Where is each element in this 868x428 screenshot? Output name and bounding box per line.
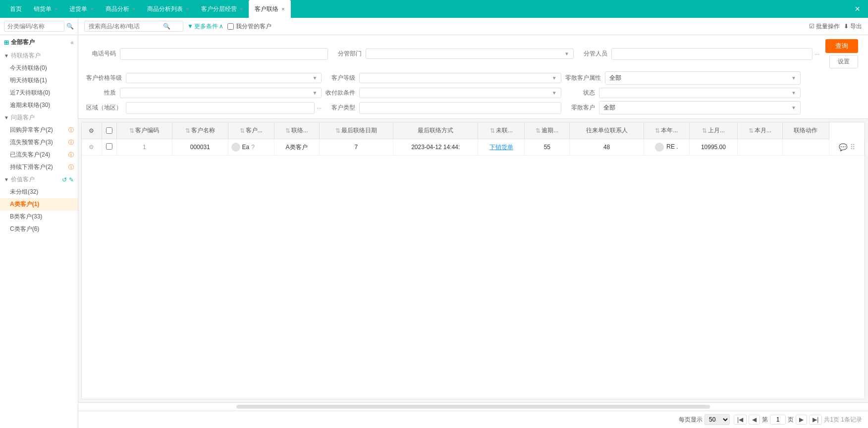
nav-product-analysis-list[interactable]: 商品分析列表 × bbox=[141, 0, 195, 18]
price-level-label: 客户价格等级 bbox=[86, 74, 122, 82]
row-checkbox[interactable] bbox=[106, 143, 112, 150]
triangle-icon-2: ▼ bbox=[4, 115, 9, 120]
row-overdue-cell: 48 bbox=[570, 139, 644, 156]
region-dots-icon[interactable]: ··· bbox=[317, 105, 322, 111]
dept-label: 分管部门 bbox=[332, 50, 362, 58]
nature-label: 性质 bbox=[86, 89, 116, 97]
my-customers-checkbox-area: 我分管的客户 bbox=[227, 22, 271, 31]
row-code-cell: 000031 bbox=[172, 139, 228, 156]
settings-button[interactable]: 设置 bbox=[829, 55, 858, 68]
region-input[interactable] bbox=[126, 102, 315, 114]
filter-cell-customer-level: 客户等级 ▼ bbox=[324, 73, 563, 83]
sidebar-search-input[interactable] bbox=[4, 21, 64, 32]
sidebar-item-unclassified[interactable]: 未分组(32) bbox=[0, 186, 78, 198]
horizontal-scrollbar[interactable] bbox=[236, 405, 710, 409]
page-number-input[interactable] bbox=[770, 415, 786, 425]
close-purchase-order[interactable]: × bbox=[90, 6, 93, 12]
per-page-select[interactable]: 50 100 200 bbox=[705, 414, 730, 425]
sidebar-item-a-class[interactable]: A类客户(1) bbox=[0, 198, 78, 211]
close-all-tabs[interactable]: × bbox=[851, 4, 864, 14]
next-page-btn[interactable]: ▶ bbox=[796, 415, 807, 425]
sidebar-all-customers[interactable]: ⊞ 全部客户 « bbox=[0, 35, 78, 50]
sidebar-item-tomorrow[interactable]: 明天待联络(1) bbox=[0, 74, 78, 87]
query-button[interactable]: 查询 bbox=[825, 39, 858, 53]
close-sales-order[interactable]: × bbox=[54, 6, 57, 12]
manager-dots-icon[interactable]: ··· bbox=[814, 51, 819, 57]
row-gear-icon[interactable]: ⚙ bbox=[89, 144, 94, 151]
edit-icon[interactable]: ✎ bbox=[69, 176, 74, 183]
close-customer-segmentation[interactable]: × bbox=[240, 6, 243, 12]
sidebar-group-pending[interactable]: ▼ 待联络客户 bbox=[0, 50, 78, 62]
sidebar-search-icon[interactable]: 🔍 bbox=[66, 23, 74, 30]
sidebar-item-c-class[interactable]: C类客户(6) bbox=[0, 223, 78, 235]
retail-attr-select[interactable]: 全部 ▼ bbox=[605, 71, 801, 85]
close-product-analysis[interactable]: × bbox=[132, 6, 135, 12]
page-label: 第 bbox=[762, 416, 768, 424]
nav-home[interactable]: 首页 bbox=[4, 0, 28, 18]
grid-icon: ⊞ bbox=[4, 39, 9, 46]
retail-select[interactable]: 全部 ▼ bbox=[599, 101, 801, 114]
bulk-icon: ☑ bbox=[809, 23, 814, 30]
sidebar-item-churned[interactable]: 已流失客户(24) ⓘ bbox=[0, 149, 78, 161]
qr-action-icon[interactable]: ⠿ bbox=[850, 143, 855, 151]
row-last-contact-method-cell[interactable]: 下销货单 bbox=[478, 139, 525, 156]
export-btn[interactable]: ⬇ 导出 bbox=[844, 22, 862, 31]
first-page-btn[interactable]: |◀ bbox=[734, 415, 747, 425]
nav-purchase-order[interactable]: 进货单 × bbox=[63, 0, 99, 18]
select-all-checkbox[interactable] bbox=[106, 127, 112, 134]
chat-action-icon[interactable]: 💬 bbox=[839, 143, 847, 151]
payment-select[interactable]: ▼ bbox=[359, 88, 561, 98]
prev-page-btn[interactable]: ◀ bbox=[749, 415, 760, 425]
nature-select[interactable]: ▼ bbox=[120, 88, 322, 98]
close-customer-contact[interactable]: × bbox=[281, 6, 284, 12]
dept-select[interactable]: ▼ bbox=[366, 49, 574, 59]
close-product-analysis-list[interactable]: × bbox=[186, 6, 189, 12]
nav-customer-segmentation[interactable]: 客户分层经营 × bbox=[195, 0, 249, 18]
phone-input[interactable] bbox=[120, 48, 328, 60]
manager-input[interactable] bbox=[611, 48, 813, 60]
sidebar-item-7days[interactable]: 近7天待联络(0) bbox=[0, 87, 78, 99]
th-no-contact: ⇅ 未联... bbox=[478, 122, 525, 139]
sidebar-item-churn-warning[interactable]: 流失预警客户(3) ⓘ bbox=[0, 136, 78, 149]
per-page-label: 每页显示 bbox=[679, 416, 703, 424]
my-customers-checkbox[interactable] bbox=[227, 23, 234, 30]
price-level-select[interactable]: ▼ bbox=[126, 73, 322, 83]
sidebar-item-today[interactable]: 今天待联络(0) bbox=[0, 62, 78, 74]
main-layout: 🔍 ⊞ 全部客户 « ▼ 待联络客户 今天待联络(0) 明天待联络(1) 近7天… bbox=[0, 18, 868, 428]
more-filters-btn[interactable]: ▼ 更多条件 ∧ bbox=[187, 22, 223, 31]
status-arrow-icon: ▼ bbox=[791, 90, 796, 96]
filter-search-icon[interactable]: 🔍 bbox=[163, 23, 170, 30]
sidebar-group-problem[interactable]: ▼ 问题客户 bbox=[0, 111, 78, 124]
nav-customer-contact[interactable]: 客户联络 × bbox=[249, 0, 290, 18]
sidebar-item-b-class[interactable]: B类客户(33) bbox=[0, 211, 78, 223]
nav-product-analysis[interactable]: 商品分析 × bbox=[100, 0, 141, 18]
top-actions: ☑ 批量操作 ⬇ 导出 bbox=[809, 22, 862, 31]
settings-icon[interactable]: ⚙ bbox=[89, 127, 94, 134]
sort-icon-name: ⇅ bbox=[185, 127, 190, 134]
chevron-down-icon: ∧ bbox=[219, 23, 223, 30]
contact-person-avatar bbox=[655, 143, 664, 152]
triangle-icon-3: ▼ bbox=[4, 177, 9, 182]
customer-type-input[interactable] bbox=[359, 102, 561, 114]
filter-cell-manager: 分管人员 ··· bbox=[576, 48, 821, 60]
nav-sales-order[interactable]: 销货单 × bbox=[28, 0, 63, 18]
sidebar: 🔍 ⊞ 全部客户 « ▼ 待联络客户 今天待联络(0) 明天待联络(1) 近7天… bbox=[0, 18, 78, 428]
sidebar-item-overdue[interactable]: 逾期未联络(30) bbox=[0, 99, 78, 111]
total-info: 共1页 1条记录 bbox=[824, 416, 862, 424]
row-last-month-cell bbox=[738, 139, 783, 156]
sidebar-item-abnormal-repurchase[interactable]: 回购异常客户(2) ⓘ bbox=[0, 124, 78, 136]
row-contact-person-cell: RE . bbox=[644, 139, 689, 156]
filter-search-input[interactable] bbox=[89, 23, 163, 30]
sidebar-item-declining[interactable]: 持续下滑客户(2) ⓘ bbox=[0, 161, 78, 173]
last-page-btn[interactable]: ▶| bbox=[809, 415, 822, 425]
status-select[interactable]: ▼ bbox=[599, 88, 801, 98]
bulk-operations-btn[interactable]: ☑ 批量操作 bbox=[809, 22, 840, 31]
th-checkbox bbox=[102, 122, 116, 139]
refresh-icon[interactable]: ↺ bbox=[62, 176, 67, 183]
sidebar-collapse-icon[interactable]: « bbox=[70, 39, 74, 46]
customer-level-select[interactable]: ▼ bbox=[359, 73, 561, 83]
row-index-cell: 1 bbox=[116, 139, 172, 156]
page-nav-area: |◀ ◀ 第 页 ▶ ▶| 共1页 1条记录 bbox=[734, 415, 862, 425]
filter-row-1: 电话号码 分管部门 ▼ 分管人员 ··· 查询 设置 bbox=[84, 39, 862, 68]
row-this-month-cell bbox=[782, 139, 829, 156]
